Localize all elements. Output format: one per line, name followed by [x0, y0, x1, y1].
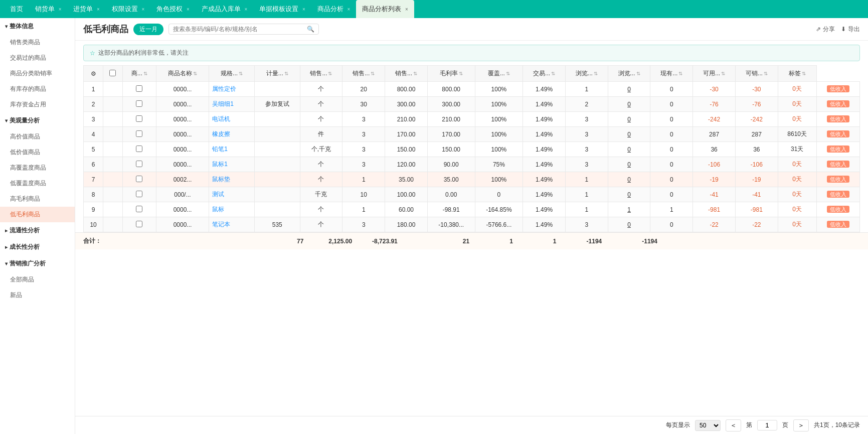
- row-checkbox-1[interactable]: [122, 97, 156, 112]
- col-current-stock[interactable]: 现有...⇅: [650, 66, 693, 82]
- row-views1-8[interactable]: 1: [608, 202, 650, 217]
- row-transaction-3: 3: [565, 127, 608, 142]
- row-views1-5[interactable]: 0: [608, 157, 650, 172]
- row-checkbox-8[interactable]: [122, 202, 156, 217]
- bottom-pagination-bar: 每页显示 50 20 100 ＜ 第 页 ＞ 共1页，10条记录: [75, 416, 868, 434]
- row-views1-7[interactable]: 0: [608, 187, 650, 202]
- sidebar-item-all-goods[interactable]: 全部商品: [0, 272, 75, 287]
- row-views1-3[interactable]: 0: [608, 127, 650, 142]
- nav-permission[interactable]: 权限设置 ×: [106, 0, 150, 18]
- col-settings[interactable]: ⚙: [84, 66, 103, 82]
- col-available[interactable]: 可用...⇅: [693, 66, 736, 82]
- col-name[interactable]: 商品名称⇅: [156, 66, 209, 82]
- sidebar-item-low-coverage[interactable]: 低覆盖度商品: [0, 176, 75, 191]
- row-views1-2[interactable]: 0: [608, 112, 650, 127]
- row-name-7[interactable]: 测试: [209, 187, 255, 202]
- col-coverage[interactable]: 覆盖...⇅: [475, 66, 523, 82]
- col-tag[interactable]: 标签⇅: [778, 66, 816, 82]
- row-name-4[interactable]: 铅笔1: [209, 142, 255, 157]
- next-page-button[interactable]: ＞: [793, 419, 809, 431]
- sidebar-item-high-margin[interactable]: 高毛利商品: [0, 191, 75, 207]
- time-filter-button[interactable]: 近一月: [133, 24, 163, 35]
- sidebar-item-sales-goods[interactable]: 销售类商品: [0, 35, 75, 50]
- col-gross-margin[interactable]: 毛利率⇅: [427, 66, 475, 82]
- share-button[interactable]: ⇗ 分享: [816, 25, 835, 34]
- row-name-9[interactable]: 笔记本: [209, 217, 255, 232]
- row-transaction-0: 1: [565, 82, 608, 97]
- sidebar-item-traded-goods[interactable]: 交易过的商品: [0, 50, 75, 66]
- nav-sales[interactable]: 销货单 ×: [29, 0, 67, 18]
- sidebar-item-stocked-goods[interactable]: 有库存的商品: [0, 81, 75, 97]
- nav-goods-analysis[interactable]: 商品分析 ×: [311, 0, 356, 18]
- row-name-2[interactable]: 电话机: [209, 112, 255, 127]
- close-purchase-icon[interactable]: ×: [97, 7, 100, 12]
- sidebar-group-liquidity[interactable]: ▸ 流通性分析: [0, 222, 75, 239]
- col-spec[interactable]: 规格...⇅: [209, 66, 255, 82]
- row-views2-9: 0: [650, 217, 693, 232]
- nav-home[interactable]: 首页: [4, 0, 29, 18]
- col-sales-profit[interactable]: 销售...⇅: [385, 66, 428, 82]
- sidebar-group-marketing[interactable]: ▾ 营销推广分析: [0, 255, 75, 272]
- row-checkbox-5[interactable]: [122, 157, 156, 172]
- notice-icon: ☆: [90, 50, 95, 57]
- col-sales-price[interactable]: 销售...⇅: [342, 66, 385, 82]
- col-views2[interactable]: 浏览...⇅: [608, 66, 650, 82]
- sidebar-item-high-value[interactable]: 高价值商品: [0, 129, 75, 144]
- close-sales-icon[interactable]: ×: [59, 7, 62, 12]
- row-views2-3: 0: [650, 127, 693, 142]
- row-name-6[interactable]: 鼠标垫: [209, 172, 255, 187]
- row-views1-1[interactable]: 0: [608, 97, 650, 112]
- row-views2-0: 0: [650, 82, 693, 97]
- prev-page-button[interactable]: ＜: [726, 419, 741, 431]
- row-gross-margin-0: 100%: [475, 82, 523, 97]
- select-all-checkbox[interactable]: [109, 70, 116, 76]
- row-checkbox-6[interactable]: [122, 172, 156, 187]
- col-transaction[interactable]: 交易...⇅: [523, 66, 566, 82]
- row-sales-price-1: 300.00: [385, 97, 428, 112]
- sidebar-item-low-margin[interactable]: 低毛利商品: [0, 207, 75, 222]
- col-code[interactable]: 商...⇅: [122, 66, 156, 82]
- row-views1-4[interactable]: 0: [608, 142, 650, 157]
- row-checkbox-9[interactable]: [122, 217, 156, 232]
- search-input[interactable]: [173, 26, 305, 33]
- nav-product-in[interactable]: 产成品入库单 ×: [196, 0, 253, 18]
- sidebar-group-overview[interactable]: ▾ 整体信息: [0, 18, 75, 35]
- col-views1[interactable]: 浏览...⇅: [565, 66, 608, 82]
- page-input[interactable]: [757, 420, 777, 430]
- close-goodslist-icon[interactable]: ×: [405, 7, 408, 12]
- row-name-3[interactable]: 橡皮擦: [209, 127, 255, 142]
- row-name-0[interactable]: 属性定价: [209, 82, 255, 97]
- nav-goods-analysis-list[interactable]: 商品分析列表 ×: [356, 0, 414, 18]
- row-name-8[interactable]: 鼠标: [209, 202, 255, 217]
- sidebar-item-low-value[interactable]: 低价值商品: [0, 144, 75, 160]
- sidebar-group-growth[interactable]: ▸ 成长性分析: [0, 239, 75, 255]
- sidebar-item-high-coverage[interactable]: 高覆盖度商品: [0, 160, 75, 176]
- close-template-icon[interactable]: ×: [302, 7, 305, 12]
- per-page-select[interactable]: 50 20 100: [695, 420, 721, 431]
- col-saleable-days[interactable]: 可销...⇅: [735, 66, 778, 82]
- row-views1-0[interactable]: 0: [608, 82, 650, 97]
- col-unit[interactable]: 计量...⇅: [254, 66, 300, 82]
- close-goodsanalysis-icon[interactable]: ×: [347, 7, 350, 12]
- row-checkbox-7[interactable]: [122, 187, 156, 202]
- row-views1-6[interactable]: 0: [608, 172, 650, 187]
- export-button[interactable]: ⬇ 导出: [841, 25, 860, 34]
- nav-purchase[interactable]: 进货单 ×: [67, 0, 105, 18]
- col-sales-qty[interactable]: 销售...⇅: [300, 66, 342, 82]
- row-name-5[interactable]: 鼠标1: [209, 157, 255, 172]
- sidebar-item-new-goods[interactable]: 新品: [0, 287, 75, 303]
- nav-role[interactable]: 角色授权 ×: [150, 0, 195, 18]
- row-name-1[interactable]: 吴细细1: [209, 97, 255, 112]
- row-checkbox-3[interactable]: [122, 127, 156, 142]
- close-role-icon[interactable]: ×: [187, 7, 190, 12]
- nav-template[interactable]: 单据模板设置 ×: [253, 0, 311, 18]
- row-views1-9[interactable]: 0: [608, 217, 650, 232]
- sidebar-item-category-rate[interactable]: 商品分类助销率: [0, 66, 75, 81]
- sidebar-item-stock-capital[interactable]: 库存资金占用: [0, 97, 75, 112]
- row-checkbox-0[interactable]: [122, 82, 156, 97]
- sidebar-group-aesthetics[interactable]: ▾ 美观量分析: [0, 112, 75, 129]
- row-checkbox-4[interactable]: [122, 142, 156, 157]
- close-permission-icon[interactable]: ×: [142, 7, 145, 12]
- row-checkbox-2[interactable]: [122, 112, 156, 127]
- close-productin-icon[interactable]: ×: [245, 7, 248, 12]
